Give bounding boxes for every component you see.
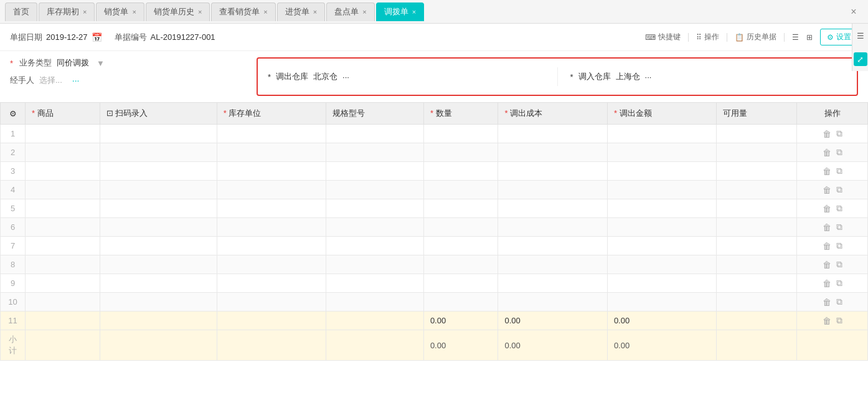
row-amount[interactable] bbox=[607, 162, 716, 181]
row-copy-icon[interactable]: ⧉ bbox=[836, 184, 842, 195]
close-page-button[interactable]: × bbox=[844, 2, 863, 21]
row-amount[interactable] bbox=[607, 218, 716, 237]
scan-button[interactable]: ⊡ 扫码录入 bbox=[106, 108, 148, 119]
row-amount[interactable] bbox=[607, 143, 716, 162]
row-delete-icon[interactable]: 🗑 bbox=[823, 297, 831, 307]
row-copy-icon[interactable]: ⧉ bbox=[836, 259, 842, 270]
row-qty[interactable] bbox=[423, 199, 498, 218]
tab-transfer[interactable]: 调拨单 × bbox=[376, 2, 424, 21]
row-product[interactable] bbox=[26, 162, 100, 181]
row-qty[interactable] bbox=[423, 274, 498, 293]
row-qty[interactable] bbox=[423, 143, 498, 162]
subtotal-copy-icon[interactable]: ⧉ bbox=[836, 315, 842, 326]
row-cost[interactable] bbox=[498, 274, 607, 293]
row-delete-icon[interactable]: 🗑 bbox=[823, 185, 831, 195]
row-cost[interactable] bbox=[498, 143, 607, 162]
row-product[interactable] bbox=[26, 143, 100, 162]
row-delete-icon[interactable]: 🗑 bbox=[823, 260, 831, 270]
row-amount[interactable] bbox=[607, 125, 716, 143]
row-cost[interactable] bbox=[498, 218, 607, 237]
row-qty[interactable] bbox=[423, 162, 498, 181]
row-product[interactable] bbox=[26, 181, 100, 199]
row-amount[interactable] bbox=[607, 274, 716, 293]
tab-view-sales[interactable]: 查看销货单 × bbox=[211, 2, 275, 21]
row-copy-icon[interactable]: ⧉ bbox=[836, 278, 842, 288]
row-delete-icon[interactable]: 🗑 bbox=[823, 148, 831, 158]
subtotal-row-empty-4 bbox=[326, 330, 424, 361]
row-delete-icon[interactable]: 🗑 bbox=[823, 166, 831, 176]
row-amount[interactable] bbox=[607, 293, 716, 312]
row-cost[interactable] bbox=[498, 125, 607, 143]
row-cost[interactable] bbox=[498, 293, 607, 312]
row-num: 1 bbox=[1, 125, 26, 143]
row-qty[interactable] bbox=[423, 293, 498, 312]
row-product[interactable] bbox=[26, 293, 100, 312]
view-toggle-list[interactable]: ☰ bbox=[792, 33, 799, 42]
tab-sales-history-close[interactable]: × bbox=[198, 8, 202, 16]
row-copy-icon[interactable]: ⧉ bbox=[836, 203, 842, 214]
th-amount-required: * bbox=[614, 108, 617, 118]
row-amount[interactable] bbox=[607, 199, 716, 218]
tab-stocktake[interactable]: 盘点单 × bbox=[326, 2, 374, 21]
side-expand-btn[interactable]: ⤢ bbox=[854, 52, 867, 66]
row-cost[interactable] bbox=[498, 162, 607, 181]
row-copy-icon[interactable]: ⧉ bbox=[836, 240, 842, 251]
row-amount[interactable] bbox=[607, 255, 716, 274]
tab-transfer-close[interactable]: × bbox=[412, 8, 416, 16]
row-product[interactable] bbox=[26, 218, 100, 237]
row-cost[interactable] bbox=[498, 181, 607, 199]
row-cost[interactable] bbox=[498, 199, 607, 218]
row-product[interactable] bbox=[26, 255, 100, 274]
history-button[interactable]: 📋 历史单据 bbox=[735, 32, 776, 42]
row-qty[interactable] bbox=[423, 125, 498, 143]
tab-home[interactable]: 首页 bbox=[5, 2, 37, 21]
tab-purchase-close[interactable]: × bbox=[313, 8, 317, 16]
row-product[interactable] bbox=[26, 125, 100, 143]
subtotal-delete-icon[interactable]: 🗑 bbox=[823, 316, 831, 326]
row-scan bbox=[100, 237, 217, 255]
row-product[interactable] bbox=[26, 237, 100, 255]
operations-button[interactable]: ⠿ 操作 bbox=[696, 32, 719, 42]
row-qty[interactable] bbox=[423, 181, 498, 199]
row-amount[interactable] bbox=[607, 181, 716, 199]
view-toggle-grid[interactable]: ⊞ bbox=[806, 33, 813, 42]
quick-key-button[interactable]: ⌨ 快捷键 bbox=[645, 32, 681, 42]
source-warehouse-more[interactable]: ··· bbox=[342, 72, 349, 82]
row-cost[interactable] bbox=[498, 237, 607, 255]
row-cost[interactable] bbox=[498, 255, 607, 274]
tab-view-sales-close[interactable]: × bbox=[263, 8, 267, 16]
tab-stocktake-label: 盘点单 bbox=[334, 6, 359, 17]
row-qty[interactable] bbox=[423, 218, 498, 237]
row-spec bbox=[326, 218, 424, 237]
row-delete-icon[interactable]: 🗑 bbox=[823, 204, 831, 214]
row-delete-icon[interactable]: 🗑 bbox=[823, 129, 831, 139]
tab-sales-order-close[interactable]: × bbox=[132, 8, 136, 16]
handler-value[interactable]: 选择... bbox=[39, 75, 62, 86]
th-gear[interactable]: ⚙ bbox=[1, 103, 26, 125]
row-qty[interactable] bbox=[423, 237, 498, 255]
row-amount[interactable] bbox=[607, 237, 716, 255]
handler-more-btn[interactable]: ··· bbox=[72, 75, 80, 85]
row-scan bbox=[100, 255, 217, 274]
tab-sales-history[interactable]: 销货单历史 × bbox=[146, 2, 210, 21]
row-product[interactable] bbox=[26, 199, 100, 218]
row-copy-icon[interactable]: ⧉ bbox=[836, 128, 842, 139]
row-delete-icon[interactable]: 🗑 bbox=[823, 278, 831, 288]
tab-purchase[interactable]: 进货单 × bbox=[277, 2, 325, 21]
row-delete-icon[interactable]: 🗑 bbox=[823, 241, 831, 251]
business-type-dropdown[interactable]: ▼ bbox=[97, 59, 105, 68]
row-copy-icon[interactable]: ⧉ bbox=[836, 147, 842, 158]
tab-inventory-init-close[interactable]: × bbox=[83, 8, 87, 16]
row-product[interactable] bbox=[26, 274, 100, 293]
side-list-btn[interactable]: ☰ bbox=[854, 29, 867, 42]
row-qty[interactable] bbox=[423, 255, 498, 274]
tab-stocktake-close[interactable]: × bbox=[362, 8, 366, 16]
row-copy-icon[interactable]: ⧉ bbox=[836, 297, 842, 307]
row-delete-icon[interactable]: 🗑 bbox=[823, 222, 831, 232]
tab-inventory-init[interactable]: 库存期初 × bbox=[39, 2, 95, 21]
target-warehouse-more[interactable]: ··· bbox=[645, 72, 652, 82]
tab-sales-order[interactable]: 销货单 × bbox=[96, 2, 144, 21]
row-copy-icon[interactable]: ⧉ bbox=[836, 166, 842, 176]
calendar-icon[interactable]: 📅 bbox=[92, 32, 102, 42]
row-copy-icon[interactable]: ⧉ bbox=[836, 222, 842, 232]
